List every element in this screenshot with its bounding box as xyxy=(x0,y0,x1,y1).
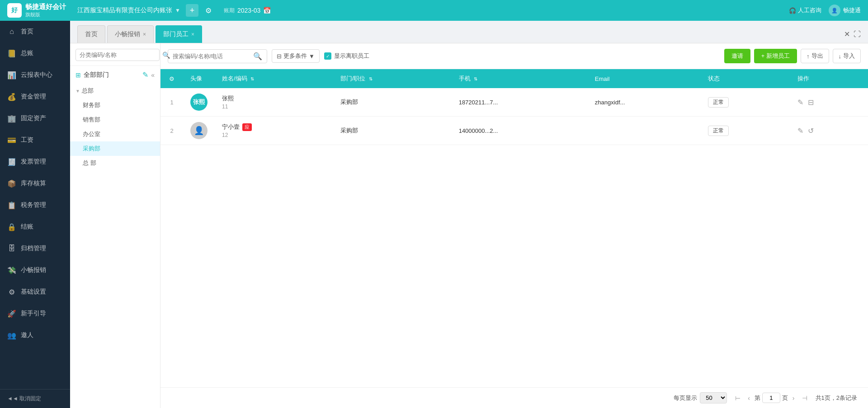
headset-icon: 🎧 xyxy=(789,7,796,14)
dept-node-sales[interactable]: 销售部 xyxy=(70,113,160,127)
closing-icon: 🔒 xyxy=(7,222,16,231)
per-page-label: 每页显示 xyxy=(674,394,697,402)
last-page-button[interactable]: ⊣ xyxy=(799,394,810,403)
search-icon[interactable]: 🔍 xyxy=(253,52,262,61)
col-header-status: 状态 xyxy=(701,69,790,88)
add-dept-button[interactable]: ✎ xyxy=(142,70,148,79)
support-button[interactable]: 🎧 人工咨询 xyxy=(789,6,821,14)
sidebar-item-tax[interactable]: 📋 税务管理 xyxy=(0,194,70,216)
close-window-button[interactable]: ✕ xyxy=(844,30,850,38)
dept-node-purchase[interactable]: 采购部 xyxy=(70,141,160,156)
sidebar-item-invoice[interactable]: 🧾 发票管理 xyxy=(0,151,70,173)
logo-icon: 好 xyxy=(7,3,22,18)
tab-dept-employee[interactable]: 部门员工 × xyxy=(156,25,202,43)
row-name-1: 张熙 11 xyxy=(215,88,333,117)
right-panel: 🔍 ⊟ 更多条件 ▼ ✓ 显示离职员工 邀请 + 新增员工 xyxy=(160,43,868,408)
dept-search-input[interactable] xyxy=(75,49,160,61)
chevron-down-icon: ▼ xyxy=(309,53,315,60)
dept-node-zongbu-section[interactable]: ▼ 总部 xyxy=(70,84,160,98)
company-selector[interactable]: 江西服宝精品有限责任公司内账张 ▼ xyxy=(77,6,180,14)
delete-button-2[interactable]: ↺ xyxy=(808,127,814,135)
sidebar-item-invite[interactable]: 👥 邀人 xyxy=(0,324,70,346)
row-status-1: 正常 xyxy=(701,88,790,117)
avatar-circle-1: 张熙 xyxy=(190,94,208,111)
sidebar-label-reports: 云报表中心 xyxy=(21,71,52,79)
tab-expense[interactable]: 小畅报销 × xyxy=(107,25,154,43)
sidebar-item-inventory[interactable]: 📦 库存核算 xyxy=(0,173,70,194)
next-page-button[interactable]: › xyxy=(790,394,797,403)
unpin-button[interactable]: ◄◄ 取消固定 xyxy=(0,389,70,408)
user-name: 畅捷通 xyxy=(843,6,861,14)
support-label: 人工咨询 xyxy=(798,6,821,14)
edit-button-2[interactable]: ✎ xyxy=(797,127,803,135)
status-badge-2: 正常 xyxy=(708,126,729,136)
add-employee-button[interactable]: + 新增员工 xyxy=(754,49,797,63)
sidebar-item-expense[interactable]: 💸 小畅报销 xyxy=(0,259,70,281)
table-body: 1 张熙 张熙 11 采购部 xyxy=(160,88,868,145)
export-label: 导出 xyxy=(811,52,823,60)
expense-icon: 💸 xyxy=(7,266,16,275)
col-header-email: Email xyxy=(588,69,701,88)
filter-icon: ⊟ xyxy=(277,53,282,60)
prev-page-button[interactable]: ‹ xyxy=(745,394,753,403)
dept-node-general[interactable]: 总 部 xyxy=(70,156,160,170)
table-settings-icon[interactable]: ⚙ xyxy=(169,75,175,82)
dept-node-finance[interactable]: 财务部 xyxy=(70,98,160,113)
search-box: 🔍 xyxy=(168,49,267,63)
reports-icon: 📊 xyxy=(7,70,16,80)
tab-bar: 首页 小畅报销 × 部门员工 × ✕ ⛶ xyxy=(70,21,868,43)
tax-icon: 📋 xyxy=(7,201,16,210)
col-header-name[interactable]: 姓名/编码 ⇅ xyxy=(215,69,333,88)
first-page-button[interactable]: ⊢ xyxy=(732,394,743,403)
tab-home[interactable]: 首页 xyxy=(77,25,105,43)
assets-icon: 🏢 xyxy=(7,114,16,123)
sidebar-item-funds[interactable]: 💰 资金管理 xyxy=(0,86,70,108)
sidebar-label-guide: 新手引导 xyxy=(21,310,46,318)
sidebar-item-closing[interactable]: 🔒 结账 xyxy=(0,216,70,238)
filter-button[interactable]: ⊟ 更多条件 ▼ xyxy=(272,49,320,63)
sidebar-item-guide[interactable]: 🚀 新手引导 xyxy=(0,303,70,324)
settings-icon[interactable]: ⚙ xyxy=(202,4,215,17)
account-period: 账期 2023-03 📅 xyxy=(224,7,271,14)
sidebar-item-ledger[interactable]: 📒 总账 xyxy=(0,42,70,64)
home-icon: ⌂ xyxy=(7,27,16,36)
invite-button[interactable]: 邀请 xyxy=(724,49,750,63)
sidebar-label-funds: 资金管理 xyxy=(21,93,46,101)
calendar-icon[interactable]: 📅 xyxy=(263,7,271,14)
add-account-button[interactable]: + xyxy=(186,4,198,17)
settings-menu-icon: ⚙ xyxy=(7,287,16,296)
sidebar-item-assets[interactable]: 🏢 固定资产 xyxy=(0,108,70,129)
col-header-dept[interactable]: 部门/职位 ⇅ xyxy=(333,69,452,88)
archive-icon: 🗄 xyxy=(7,244,16,253)
dept-node-general-label: 总 部 xyxy=(83,159,96,167)
col-header-phone[interactable]: 手机 ⇅ xyxy=(452,69,588,88)
per-page-select[interactable]: 50 20 100 xyxy=(700,392,727,403)
emp-code-1: 11 xyxy=(222,103,326,110)
avatar-default-2: 👤 xyxy=(190,122,208,139)
sidebar-item-reports[interactable]: 📊 云报表中心 xyxy=(0,64,70,86)
dept-node-office[interactable]: 办公室 xyxy=(70,127,160,141)
logout-button-1[interactable]: ⊟ xyxy=(808,98,814,107)
sidebar-item-salary[interactable]: 💳 工资 xyxy=(0,129,70,151)
tab-dept-close[interactable]: × xyxy=(191,31,194,38)
sidebar-item-settings[interactable]: ⚙ 基础设置 xyxy=(0,281,70,303)
collapse-dept-button[interactable]: « xyxy=(151,70,155,79)
dept-search-area: 🔍 xyxy=(70,49,160,66)
page-input[interactable] xyxy=(762,393,780,403)
edit-button-1[interactable]: ✎ xyxy=(797,98,803,107)
sidebar-item-home[interactable]: ⌂ 首页 xyxy=(0,21,70,42)
sidebar-item-archive[interactable]: 🗄 归档管理 xyxy=(0,238,70,259)
user-menu[interactable]: 👤 畅捷通 xyxy=(829,5,861,16)
search-input[interactable] xyxy=(173,53,250,60)
status-badge-1: 正常 xyxy=(708,97,729,108)
period-value: 2023-03 xyxy=(237,7,260,14)
row-actions-2: ✎ ↺ xyxy=(790,117,868,145)
maximize-window-button[interactable]: ⛶ xyxy=(854,30,861,38)
export-button[interactable]: ↑ 导出 xyxy=(801,49,829,63)
dept-panel: 🔍 ⊞ 全部部门 ✎ « ▼ 总部 xyxy=(70,43,160,408)
tab-expense-close[interactable]: × xyxy=(143,31,146,38)
import-button[interactable]: ↓ 导入 xyxy=(833,49,861,63)
show-resigned-checkbox[interactable]: ✓ 显示离职员工 xyxy=(324,52,369,60)
row-dept-2: 采购部 xyxy=(333,117,452,145)
sort-icon: ⇅ xyxy=(369,76,373,81)
